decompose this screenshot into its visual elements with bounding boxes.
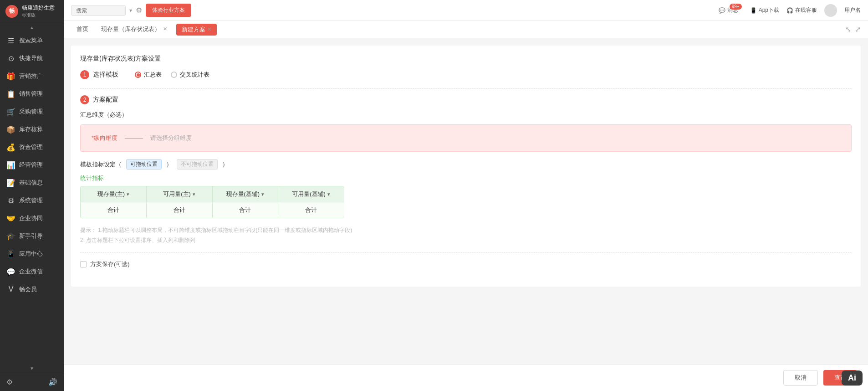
sidebar-item-label: 新手引导 [19,232,43,240]
tip-2: 2. 点击标题栏下拉可设置排序、插入列和删除列 [80,236,852,246]
section2-title: 方案配置 [93,96,118,104]
sidebar: 畅 畅康通好生意 标准版 ▲ ☰ 搜索菜单 ⊙ 快捷导航 🎁 营销推广 📋 销售… [0,0,64,391]
sidebar-item-basic-info[interactable]: 📝 基础信息 [0,174,64,192]
sidebar-item-sales[interactable]: 📋 销售管理 [0,85,64,103]
sidebar-item-app-center[interactable]: 📱 应用中心 [0,245,64,263]
tab-new-plan[interactable]: 新建方案 ✕ [176,24,217,36]
tab-new-close-icon[interactable]: ✕ [207,26,211,32]
service-label: 在线客服 [795,6,817,14]
section-plan: 2 方案配置 汇总维度（必选） *纵向维度 请选择分组维度 模板指标设定（ 可拖… [80,95,852,268]
save-checkbox[interactable] [80,261,87,268]
trial-button[interactable]: 体验行业方案 [146,4,191,17]
stats-table-body: 合计 合计 合计 合计 [81,202,344,218]
footer-bar: 取消 查询 [64,364,868,391]
cancel-button[interactable]: 取消 [783,370,818,386]
app-download-button[interactable]: 📱 App下载 [750,6,779,14]
newbie-icon: 🎓 [6,232,15,241]
sidebar-logo: 畅 畅康通好生意 标准版 [0,0,64,23]
sidebar-item-contracts[interactable]: 🤝 企业协同 [0,210,64,227]
sidebar-item-label: 资金管理 [19,143,43,151]
sidebar-item-search-menu[interactable]: ☰ 搜索菜单 [0,32,64,50]
tab-home[interactable]: 首页 [71,21,94,38]
chevron-down-icon[interactable]: ▾ [129,7,132,14]
required-separator [125,138,143,139]
sidebar-item-label: 企业协同 [19,214,43,222]
settings-icon[interactable]: ⚙ [6,378,13,386]
save-label: 方案保存(可选) [90,260,130,268]
tips-area: 提示： 1.拖动标题栏可以调整布局，不可跨维度或指标区域拖动栏目字段(只能在同一… [80,226,852,245]
section-template: 1 选择模板 汇总表 交叉统计表 [80,70,852,79]
sidebar-scroll-up[interactable]: ▲ [0,23,64,32]
sidebar-item-newbie[interactable]: 🎓 新手引导 [0,227,64,245]
app-center-icon: 📱 [6,250,15,258]
gear-icon[interactable]: ⚙ [136,6,142,15]
system-icon: ⚙ [6,196,15,205]
sidebar-item-finance[interactable]: 💰 资金管理 [0,139,64,156]
message-icon: 💬 [719,7,725,14]
sidebar-item-label: 搜索菜单 [19,36,43,45]
avatar[interactable] [824,4,837,17]
maximize-icon[interactable]: ⤡ [845,25,851,34]
section1-title: 选择模板 [93,71,118,79]
sidebar-item-label: 企业微信 [19,268,43,276]
online-service-button[interactable]: 🎧 在线客服 [786,6,817,14]
operations-icon: 📊 [6,161,15,170]
sidebar-scroll-down[interactable]: ▼ [0,364,64,373]
radio-summary[interactable]: 汇总表 [135,71,162,79]
required-field-label: *纵向维度 [92,134,117,142]
headset-icon: 🎧 [786,7,793,14]
username-label: 用户名 [844,6,861,14]
tab-new-label: 新建方案 [182,26,205,34]
sidebar-item-wechat[interactable]: 💬 企业微信 [0,263,64,281]
sidebar-item-purchase[interactable]: 🛒 采购管理 [0,103,64,121]
chevron-icon-1: ▾ [193,191,195,197]
sidebar-item-quick-nav[interactable]: ⊙ 快捷导航 [0,50,64,67]
app-logo-icon: 畅 [5,5,18,18]
dimension-label: 汇总维度（必选） [80,111,852,119]
col-footer-0: 合计 [81,202,147,218]
sidebar-nav: ☰ 搜索菜单 ⊙ 快捷导航 🎁 营销推广 📋 销售管理 🛒 采购管理 📦 库存核… [0,32,64,364]
dimension-placeholder[interactable]: 请选择分组维度 [150,134,192,142]
sidebar-item-label: 应用中心 [19,250,43,258]
message-button[interactable]: 💬 消息 99+ [719,6,738,14]
chevron-icon-2: ▾ [261,191,264,197]
expand-icon[interactable]: ⤢ [855,25,861,34]
app-name: 畅康通好生意 [22,5,55,12]
topbar-left: ▾ ⚙ 体验行业方案 [71,4,713,17]
page-title: 现存量(库存状况表)方案设置 [80,55,852,63]
sidebar-item-label: 系统管理 [19,196,43,205]
tab-inventory-status[interactable]: 现存量（库存状况表） ✕ [96,21,173,38]
stats-table: 现存量(主) ▾ 可用量(主) ▾ 现存量(基辅) ▾ [80,186,344,218]
sidebar-item-label: 畅会员 [19,285,37,293]
chevron-icon-0: ▾ [127,191,129,197]
sidebar-item-label: 采购管理 [19,108,43,116]
col-header-2[interactable]: 现存量(基辅) ▾ [213,186,279,202]
radio-dot-cross [171,72,177,78]
col-header-0[interactable]: 现存量(主) ▾ [81,186,147,202]
stats-title: 统计指标 [80,174,852,182]
tab-close-icon[interactable]: ✕ [163,26,167,32]
col-header-1[interactable]: 可用量(主) ▾ [147,186,213,202]
non-draggable-badge: 不可拖动位置 [177,159,218,170]
sidebar-item-system[interactable]: ⚙ 系统管理 [0,192,64,210]
col-footer-1: 合计 [147,202,213,218]
sidebar-item-membership[interactable]: V 畅会员 [0,281,64,298]
template-options: 汇总表 交叉统计表 [135,71,209,79]
section-divider-1 [80,88,852,89]
sidebar-item-label: 营销推广 [19,72,43,80]
app-edition: 标准版 [22,12,55,18]
col-header-3[interactable]: 可用量(基辅) ▾ [278,186,344,202]
search-input[interactable] [71,5,126,16]
sidebar-item-marketing[interactable]: 🎁 营销推广 [0,67,64,85]
contracts-icon: 🤝 [6,214,15,223]
quick-nav-icon: ⊙ [6,54,15,63]
message-badge: 99+ [730,4,742,10]
ai-badge: Ai [842,370,863,386]
sidebar-item-operations[interactable]: 📊 经营管理 [0,156,64,174]
inventory-icon: 📦 [6,125,15,134]
audio-icon[interactable]: 🔊 [48,378,57,386]
save-option: 方案保存(可选) [80,260,852,268]
radio-cross[interactable]: 交叉统计表 [171,71,209,79]
sidebar-bottom: ⚙ 🔊 [0,373,64,391]
sidebar-item-inventory[interactable]: 📦 库存核算 [0,121,64,139]
